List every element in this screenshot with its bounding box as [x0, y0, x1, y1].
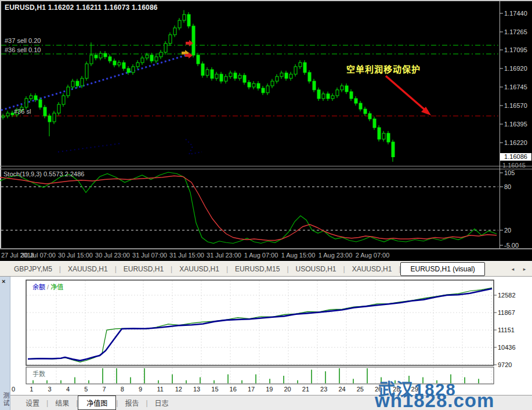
time-axis-label: 30 Jul 23:00 — [95, 252, 130, 259]
price-axis-label: 1.17265 — [504, 28, 527, 35]
candle — [299, 63, 302, 67]
close-icon[interactable]: × — [2, 278, 5, 285]
candle — [262, 88, 265, 93]
lots-axis-label: 9 — [139, 386, 142, 393]
mt4-strategy-tester-screen: EURUSD,H1 1.16202 1.16211 1.16073 1.1608… — [0, 0, 532, 410]
equity-axis-label: 11867 — [498, 309, 515, 316]
lots-axis-label: 7 — [103, 386, 106, 393]
lots-axis-label: 0 — [12, 386, 15, 393]
candle — [160, 52, 162, 57]
stochastic-label: Stoch(19,9,3) 0.5573 2.2486 — [3, 170, 84, 177]
candle — [39, 100, 42, 107]
candle — [99, 53, 102, 58]
candle — [280, 73, 283, 77]
candle — [317, 90, 320, 99]
candle — [327, 94, 330, 99]
candle — [252, 84, 255, 87]
time-axis-label: 1 Aug 07:00 — [244, 252, 278, 259]
candle — [118, 63, 121, 65]
annotation-arrow — [386, 76, 425, 110]
lots-axis-label: 5 — [84, 386, 88, 393]
candle — [85, 64, 88, 78]
candle — [136, 63, 139, 67]
current-price-tag: 1.16086 — [500, 153, 531, 161]
candle — [173, 28, 176, 35]
candle — [211, 70, 213, 78]
legend-equity: 净值 — [50, 284, 63, 291]
candle — [2, 116, 5, 117]
candle — [76, 81, 79, 86]
candle — [354, 99, 357, 103]
candle — [313, 81, 316, 90]
time-axis-label: 31 Jul 23:00 — [207, 252, 241, 259]
equity-axis-label: 9720 — [498, 361, 512, 368]
candle — [289, 74, 292, 78]
time-axis-label: 30 Jul 07:00 — [21, 252, 56, 259]
candle — [150, 55, 153, 61]
order-label-sell-36: #36 sell 0.10 — [5, 46, 41, 53]
lots-axis-label: 23 — [320, 386, 327, 393]
time-axis-label: 1 Aug 23:00 — [319, 252, 353, 259]
candle — [322, 94, 325, 99]
tester-side-label: 测试 — [1, 392, 10, 407]
candle — [113, 61, 116, 65]
candle — [308, 72, 311, 81]
candle — [169, 35, 172, 43]
candle — [71, 81, 74, 87]
candle — [382, 133, 385, 139]
legend-balance: 余额 — [32, 284, 45, 291]
lots-axis-label: 15 — [211, 386, 218, 393]
lots-axis-label: 12 — [175, 386, 182, 393]
lots-axis-label: 4 — [66, 386, 70, 393]
candlesticks — [2, 10, 395, 162]
lots-axis-label: 1 — [30, 386, 33, 393]
candle — [392, 142, 395, 157]
trade-connector-line — [186, 139, 202, 154]
trendline — [1, 53, 194, 110]
candle — [294, 67, 297, 74]
candle — [350, 92, 353, 99]
price-axis-label: 1.16220 — [504, 139, 527, 146]
price-axis-label: 1.16570 — [504, 102, 527, 109]
candle — [206, 70, 209, 75]
candle — [248, 82, 251, 87]
candle — [104, 53, 107, 57]
price-axis-label: 1.17095 — [504, 46, 527, 53]
balance-line — [28, 289, 492, 361]
candle — [62, 96, 65, 104]
stoch-signal-line — [0, 176, 497, 240]
lots-axis-label: 24 — [338, 386, 345, 393]
candle — [67, 87, 70, 96]
candle — [183, 14, 186, 20]
candle — [229, 73, 232, 77]
annotation-text: 空单利润移动保护 — [346, 63, 421, 75]
candle — [164, 43, 167, 52]
candle — [257, 84, 260, 88]
candle — [271, 81, 274, 86]
lots-axis-label: 25 — [357, 386, 364, 393]
candle — [364, 109, 367, 114]
equity-line — [28, 288, 492, 362]
lots-axis-label: 20 — [284, 386, 291, 393]
candle — [30, 96, 32, 99]
candle — [192, 26, 195, 55]
candle — [243, 75, 246, 82]
candle — [266, 86, 269, 93]
trade-connector-line — [58, 143, 122, 152]
candle — [34, 96, 37, 100]
candle — [25, 99, 28, 107]
equity-axis-label: 12582 — [498, 292, 516, 299]
candle — [378, 128, 381, 139]
candle — [6, 113, 9, 116]
time-axis-label: 30 Jul 15:00 — [58, 252, 93, 259]
stoch-axis-label: -5.00 — [504, 242, 519, 249]
stoch-axis-label: 80 — [504, 183, 511, 190]
candle — [155, 57, 158, 61]
candle — [48, 116, 51, 122]
lots-axis-label: 13 — [193, 386, 200, 393]
candle — [132, 67, 135, 72]
lots-label: 手数 — [32, 369, 45, 378]
candle — [215, 74, 218, 78]
candle — [122, 63, 125, 68]
candle — [303, 63, 306, 72]
